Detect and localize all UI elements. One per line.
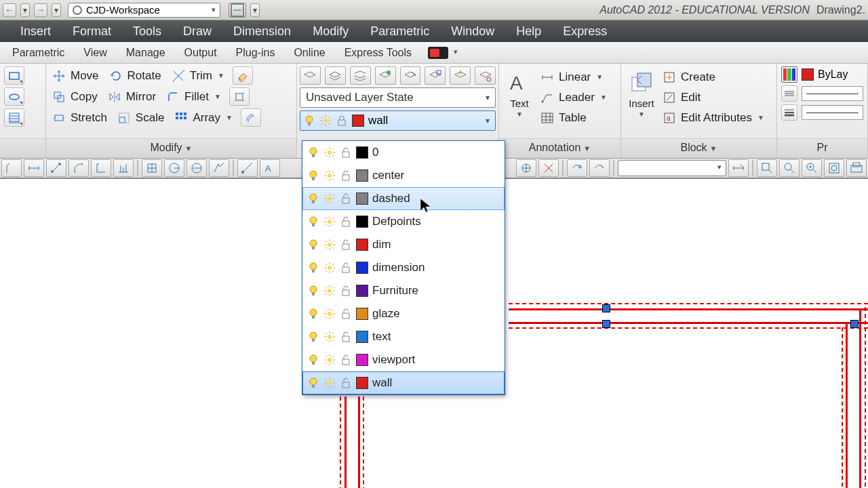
tab-parametric[interactable]: Parametric — [3, 44, 74, 62]
erase-button[interactable] — [233, 66, 253, 85]
layer-selector[interactable]: wall — [300, 110, 496, 131]
layer-tool-5[interactable] — [400, 66, 421, 85]
layer-row-Defpoints[interactable]: Defpoints — [302, 210, 505, 233]
layer-tool-7[interactable] — [450, 66, 471, 85]
layer-tool-2[interactable] — [325, 66, 346, 85]
layer-row-dimension[interactable]: dimension — [302, 256, 505, 279]
undo-button[interactable]: ← — [3, 3, 16, 17]
lock-open-icon[interactable] — [340, 239, 352, 251]
bulb-icon[interactable] — [307, 331, 319, 343]
tab-expresstools[interactable]: Express Tools — [335, 44, 421, 62]
layer-row-text[interactable]: text — [302, 325, 505, 348]
menu-help[interactable]: Help — [505, 22, 552, 41]
sun-icon[interactable] — [323, 308, 336, 320]
tab-output[interactable]: Output — [175, 44, 226, 62]
offset-button[interactable] — [241, 108, 261, 127]
dim-tool-11[interactable] — [237, 159, 258, 177]
menu-modify[interactable]: Modify — [302, 22, 359, 41]
dim-tool-9[interactable] — [186, 159, 207, 177]
tab-online[interactable]: Online — [284, 44, 334, 62]
layer-row-dim[interactable]: dim — [302, 233, 505, 256]
panel-draw-label[interactable] — [0, 138, 45, 158]
mirror-button[interactable]: Mirror — [106, 87, 160, 106]
sun-icon[interactable] — [323, 169, 336, 182]
bulb-icon[interactable] — [307, 308, 319, 320]
dim-tool-24[interactable] — [728, 159, 749, 177]
layer-tool-1[interactable] — [300, 66, 321, 85]
sun-icon[interactable] — [323, 192, 336, 205]
tab-view[interactable]: View — [74, 44, 116, 62]
undo-dropdown[interactable]: ▾ — [20, 3, 30, 17]
ribbon-toggle[interactable] — [428, 47, 448, 59]
dim-tool-5[interactable] — [91, 159, 111, 177]
sun-icon[interactable] — [323, 239, 336, 251]
menu-format[interactable]: Format — [62, 22, 122, 41]
draw-ellipse-icon[interactable] — [4, 87, 24, 106]
dim-tool-4[interactable] — [68, 159, 89, 177]
bulb-icon[interactable] — [307, 216, 319, 228]
sun-icon[interactable] — [323, 354, 336, 366]
layer-row-Furniture[interactable]: Furniture — [302, 279, 505, 302]
lineweight-icon[interactable] — [781, 104, 797, 121]
layer-tool-6[interactable] — [425, 66, 446, 85]
lock-open-icon[interactable] — [340, 354, 352, 366]
sun-icon[interactable] — [323, 262, 336, 274]
menu-dimension[interactable]: Dimension — [222, 22, 302, 41]
redo-dropdown[interactable]: ▾ — [52, 3, 61, 17]
layer-row-center[interactable]: center — [302, 164, 505, 187]
insert-button[interactable]: Insert▼ — [625, 66, 658, 127]
dim-tool-6[interactable] — [113, 159, 134, 177]
explode-button[interactable] — [229, 87, 250, 106]
dimstyle-selector[interactable] — [618, 160, 726, 176]
layer-state-selector[interactable]: Unsaved Layer State — [300, 87, 496, 108]
lock-open-icon[interactable] — [340, 285, 352, 297]
dim-tool-23[interactable] — [589, 159, 610, 177]
text-button[interactable]: A Text▼ — [503, 66, 536, 127]
lock-open-icon[interactable] — [340, 169, 352, 182]
redo-button[interactable]: → — [34, 3, 47, 17]
dim-tool-20[interactable] — [516, 159, 536, 177]
zoom-tool-2[interactable] — [779, 159, 800, 177]
zoom-tool-1[interactable] — [757, 159, 777, 177]
sun-icon[interactable] — [323, 377, 336, 389]
lock-open-icon[interactable] — [340, 262, 352, 274]
color-picker-icon[interactable] — [781, 66, 797, 83]
dim-tool-3[interactable] — [46, 159, 66, 177]
layer-row-viewport[interactable]: viewport — [302, 348, 505, 371]
bulb-icon[interactable] — [307, 354, 319, 366]
layer-tool-4[interactable] — [375, 66, 396, 85]
lock-open-icon[interactable] — [340, 146, 352, 159]
panel-block-label[interactable]: Block▼ — [621, 138, 776, 158]
bulb-icon[interactable] — [307, 285, 319, 297]
dim-tool-7[interactable] — [142, 159, 162, 177]
copy-button[interactable]: Copy — [50, 87, 102, 106]
dim-tool-8[interactable] — [164, 159, 184, 177]
menu-parametric[interactable]: Parametric — [359, 22, 440, 41]
sun-icon[interactable] — [323, 331, 336, 343]
dim-tool-22[interactable] — [567, 159, 587, 177]
lock-open-icon[interactable] — [340, 377, 352, 389]
menu-tools[interactable]: Tools — [122, 22, 172, 41]
dim-tool-2[interactable] — [24, 159, 44, 177]
edit-button[interactable]: Edit — [660, 88, 768, 106]
panel-annotation-label[interactable]: Annotation▼ — [499, 138, 620, 158]
workspace-selector[interactable]: CJD-Workspace — [68, 3, 220, 18]
linear-button[interactable]: Linear▼ — [538, 68, 611, 86]
bulb-icon[interactable] — [307, 239, 319, 251]
bulb-icon[interactable] — [307, 262, 319, 274]
table-button[interactable]: Table — [538, 108, 611, 127]
layer-row-glaze[interactable]: glaze — [302, 302, 505, 325]
tab-manage[interactable]: Manage — [117, 44, 175, 62]
bulb-icon[interactable] — [307, 192, 319, 205]
fillet-button[interactable]: Fillet▼ — [164, 87, 225, 106]
sun-icon[interactable] — [323, 216, 336, 228]
panel-modify-label[interactable]: Modify▼ — [46, 138, 296, 158]
stretch-button[interactable]: Stretch — [50, 108, 111, 127]
bulb-icon[interactable] — [307, 377, 319, 389]
menu-window[interactable]: Window — [440, 22, 505, 41]
move-button[interactable]: Move — [50, 66, 103, 85]
editattr-button[interactable]: aEdit Attributes▼ — [660, 108, 768, 127]
menu-draw[interactable]: Draw — [172, 22, 222, 41]
dim-tool-12[interactable]: A — [260, 159, 280, 177]
leader-button[interactable]: Leader▼ — [538, 88, 611, 106]
